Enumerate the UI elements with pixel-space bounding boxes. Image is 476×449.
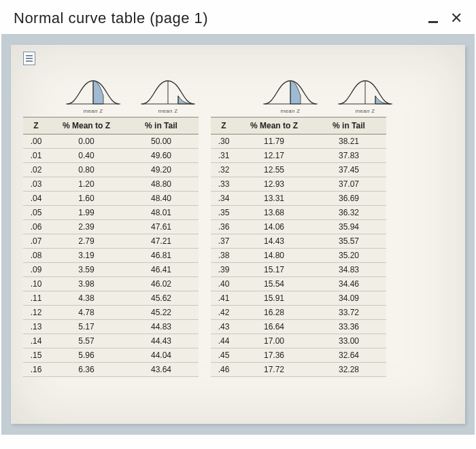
table-row: .3212.5537.45 xyxy=(211,163,386,177)
cell-mean: 17.72 xyxy=(237,363,311,377)
cell-z: .41 xyxy=(211,291,237,306)
cell-tail: 35.94 xyxy=(311,220,386,234)
cell-tail: 36.32 xyxy=(311,206,386,220)
cell-tail: 47.21 xyxy=(124,234,199,249)
cell-tail: 44.04 xyxy=(124,348,199,363)
cell-mean: 16.64 xyxy=(237,320,311,334)
cell-tail: 43.64 xyxy=(124,363,199,377)
cell-tail: 37.83 xyxy=(311,149,386,163)
close-icon[interactable]: ✕ xyxy=(450,10,462,27)
table-row: .062.3947.61 xyxy=(23,220,199,234)
cell-tail: 49.20 xyxy=(124,163,199,177)
curve-label: mean Z xyxy=(56,108,131,114)
cell-z: .44 xyxy=(211,334,237,348)
cell-mean: 14.80 xyxy=(237,249,311,263)
cell-mean: 12.17 xyxy=(237,149,311,163)
minimize-icon[interactable] xyxy=(428,10,438,27)
cell-mean: 12.93 xyxy=(237,177,311,192)
curve-mean-to-z-right: mean Z xyxy=(253,78,328,114)
cell-tail: 45.62 xyxy=(124,291,199,306)
tables: Z % Mean to Z % in Tail .000.0050.00.010… xyxy=(23,117,453,377)
cell-mean: 16.28 xyxy=(237,306,311,320)
cell-z: .38 xyxy=(211,249,237,263)
cell-tail: 33.00 xyxy=(311,334,386,348)
cell-z: .07 xyxy=(23,234,49,249)
header-mean: % Mean to Z xyxy=(49,118,124,134)
cell-mean: 3.19 xyxy=(49,249,124,263)
header-z: Z xyxy=(23,118,49,134)
cell-mean: 14.43 xyxy=(237,234,311,249)
table-row: .041.6048.40 xyxy=(23,192,199,206)
titlebar: Normal curve table (page 1) ✕ xyxy=(0,0,476,34)
table-row: .4216.2833.72 xyxy=(211,306,386,320)
window: Normal curve table (page 1) ✕ m xyxy=(0,0,476,449)
cell-mean: 17.00 xyxy=(237,334,311,348)
z-table-right: Z % Mean to Z % in Tail .3011.7938.21.31… xyxy=(211,117,386,377)
table-row: .072.7947.21 xyxy=(23,234,199,249)
curve-in-tail-right: mean Z xyxy=(328,78,403,114)
cell-z: .45 xyxy=(211,348,237,363)
table-row: .155.9644.04 xyxy=(23,348,199,363)
cell-z: .33 xyxy=(211,177,237,192)
cell-mean: 2.79 xyxy=(49,234,124,249)
page: mean Z mean Z xyxy=(11,45,465,424)
table-row: .083.1946.81 xyxy=(23,249,199,263)
table-header-row: Z % Mean to Z % in Tail xyxy=(23,118,199,134)
cell-z: .04 xyxy=(23,192,49,206)
window-controls: ✕ xyxy=(428,10,462,27)
cell-z: .42 xyxy=(211,306,237,320)
table-row: .3915.1734.83 xyxy=(211,263,386,277)
cell-tail: 50.00 xyxy=(124,134,199,149)
table-row: .4015.5434.46 xyxy=(211,277,386,291)
table-row: .3413.3136.69 xyxy=(211,192,386,206)
cell-tail: 44.83 xyxy=(124,320,199,334)
header-mean: % Mean to Z xyxy=(237,118,311,134)
cell-mean: 6.36 xyxy=(49,363,124,377)
curve-label: mean Z xyxy=(328,108,403,114)
curve-diagrams: mean Z mean Z xyxy=(23,71,453,114)
cell-mean: 5.57 xyxy=(49,334,124,348)
cell-tail: 32.28 xyxy=(311,363,386,377)
cell-z: .43 xyxy=(211,320,237,334)
cell-tail: 48.80 xyxy=(124,177,199,192)
cell-z: .13 xyxy=(23,320,49,334)
cell-mean: 11.79 xyxy=(237,134,311,149)
table-row: .010.4049.60 xyxy=(23,149,199,163)
cell-z: .16 xyxy=(23,363,49,377)
curve-in-tail-left: mean Z xyxy=(131,78,205,114)
cell-mean: 5.17 xyxy=(49,320,124,334)
cell-z: .30 xyxy=(211,134,237,149)
cell-mean: 0.40 xyxy=(49,149,124,163)
cell-z: .08 xyxy=(23,249,49,263)
cell-mean: 3.98 xyxy=(49,277,124,291)
cell-mean: 0.80 xyxy=(49,163,124,177)
cell-mean: 15.91 xyxy=(237,291,311,306)
cell-mean: 17.36 xyxy=(237,348,311,363)
document-icon xyxy=(23,52,35,65)
cell-tail: 37.07 xyxy=(311,177,386,192)
window-title: Normal curve table (page 1) xyxy=(14,10,208,27)
cell-tail: 46.81 xyxy=(124,249,199,263)
cell-z: .10 xyxy=(23,277,49,291)
table-row: .4115.9134.09 xyxy=(211,291,386,306)
cell-z: .35 xyxy=(211,206,237,220)
cell-z: .15 xyxy=(23,348,49,363)
table-row: .114.3845.62 xyxy=(23,291,199,306)
table-row: .3614.0635.94 xyxy=(211,220,386,234)
cell-z: .37 xyxy=(211,234,237,249)
cell-tail: 34.46 xyxy=(311,277,386,291)
curve-label: mean Z xyxy=(253,108,328,114)
header-tail: % in Tail xyxy=(124,118,199,134)
cell-z: .02 xyxy=(23,163,49,177)
table-row: .3714.4335.57 xyxy=(211,234,386,249)
table-row: .000.0050.00 xyxy=(23,134,199,149)
table-row: .3513.6836.32 xyxy=(211,206,386,220)
cell-z: .11 xyxy=(23,291,49,306)
cell-z: .14 xyxy=(23,334,49,348)
cell-z: .06 xyxy=(23,220,49,234)
cell-tail: 46.41 xyxy=(124,263,199,277)
cell-z: .09 xyxy=(23,263,49,277)
table-row: .4517.3632.64 xyxy=(211,348,386,363)
header-z: Z xyxy=(211,118,237,134)
cell-tail: 48.01 xyxy=(124,206,199,220)
